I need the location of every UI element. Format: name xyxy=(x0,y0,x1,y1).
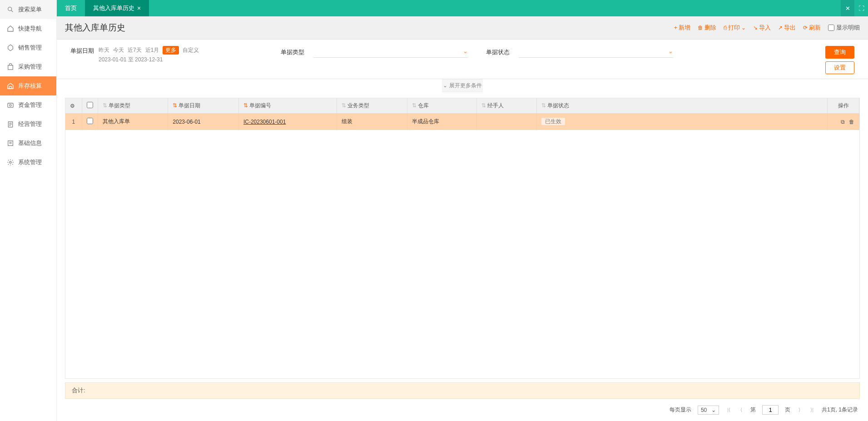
sidebar-item-sales[interactable]: 销售管理 xyxy=(0,38,56,57)
show-detail-checkbox[interactable] xyxy=(828,25,834,31)
sidebar-item-label: 库存核算 xyxy=(18,82,42,90)
view-icon[interactable]: ⧉ xyxy=(841,119,845,125)
money-icon xyxy=(6,101,15,109)
col-doc-no[interactable]: ⇅单据编号 xyxy=(238,98,337,113)
clipboard-icon xyxy=(6,120,15,128)
data-table: ⚙ ⇅单据类型 ⇅单据日期 ⇅单据编号 ⇅业务类型 ⇅仓库 ⇅经手人 ⇅单据状态… xyxy=(65,98,859,130)
date-last-month[interactable]: 近1月 xyxy=(145,46,159,54)
tab-other-inbound-history[interactable]: 其他入库单历史 × xyxy=(85,0,149,16)
print-icon: ⎙ xyxy=(724,25,727,31)
status-badge: 已生效 xyxy=(541,118,565,125)
gear-icon xyxy=(6,158,15,166)
date-yesterday[interactable]: 昨天 xyxy=(99,46,109,54)
sort-icon: ⇅ xyxy=(481,104,486,107)
sidebar-item-label: 采购管理 xyxy=(18,63,42,71)
doc-type-dropdown[interactable]: ⌄ xyxy=(313,46,468,58)
col-ops: 操作 xyxy=(828,98,859,113)
sidebar-item-operation[interactable]: 经营管理 xyxy=(0,115,56,134)
page-suffix: 页 xyxy=(785,406,790,414)
next-page-button[interactable]: ⟩ xyxy=(797,406,802,414)
select-all-checkbox[interactable] xyxy=(87,102,93,108)
date-today[interactable]: 今天 xyxy=(113,46,124,54)
sidebar-item-label: 系统管理 xyxy=(18,158,42,166)
select-all-header[interactable] xyxy=(82,98,98,113)
sort-icon: ⇅ xyxy=(243,104,248,107)
tab-label: 其他入库单历史 xyxy=(93,4,134,12)
doc-status-dropdown[interactable]: ⌄ xyxy=(519,46,673,58)
table-gear-header[interactable]: ⚙ xyxy=(65,98,82,113)
svg-rect-2 xyxy=(9,86,11,89)
prev-page-button[interactable]: ⟨ xyxy=(739,406,744,414)
sidebar-item-finance[interactable]: 资金管理 xyxy=(0,95,56,115)
plus-icon: + xyxy=(674,25,677,31)
pagination-total: 共1页, 1条记录 xyxy=(822,406,858,414)
col-handler[interactable]: ⇅经手人 xyxy=(476,98,536,113)
sidebar-item-label: 基础信息 xyxy=(18,139,42,147)
col-biz-type[interactable]: ⇅业务类型 xyxy=(337,98,407,113)
tabs-bar: 首页 其他入库单历史 × ✕ ⛶ xyxy=(57,0,868,16)
gear-icon: ⚙ xyxy=(70,103,75,109)
per-page-label: 每页显示 xyxy=(670,406,691,414)
refresh-button[interactable]: ⟳刷新 xyxy=(803,24,821,32)
last-page-button[interactable]: ⟩| xyxy=(808,406,815,414)
row-checkbox[interactable] xyxy=(87,118,93,124)
import-icon: ↘ xyxy=(753,25,758,31)
col-date[interactable]: ⇅单据日期 xyxy=(168,98,239,113)
show-detail-toggle[interactable]: 显示明细 xyxy=(828,24,860,32)
svg-point-7 xyxy=(10,161,11,163)
col-warehouse[interactable]: ⇅仓库 xyxy=(407,98,476,113)
first-page-button[interactable]: |⟨ xyxy=(725,406,732,414)
tag-icon xyxy=(6,44,15,52)
date-more[interactable]: 更多 xyxy=(163,46,179,55)
filter-type-label: 单据类型 xyxy=(281,47,304,56)
query-button[interactable]: 查询 xyxy=(825,46,854,59)
delete-row-icon[interactable]: 🗑 xyxy=(849,119,854,125)
sidebar: 搜索菜单 快捷导航 销售管理 采购管理 库存核算 资金管理 经营管理 基础信息 xyxy=(0,0,57,421)
page-prefix: 第 xyxy=(750,406,756,414)
page-title: 其他入库单历史 xyxy=(65,22,125,34)
sort-icon: ⇅ xyxy=(342,104,346,107)
sidebar-item-inventory[interactable]: 库存核算 xyxy=(0,76,56,95)
col-type[interactable]: ⇅单据类型 xyxy=(98,98,168,113)
export-button[interactable]: ↗导出 xyxy=(778,24,796,32)
expand-more-conditions[interactable]: ⌄ 展开更多条件 xyxy=(442,79,483,92)
add-button[interactable]: +新增 xyxy=(674,24,690,32)
close-icon[interactable]: × xyxy=(137,5,141,12)
table-row[interactable]: 1 其他入库单 2023-06-01 IC-20230601-001 组装 半成… xyxy=(65,113,859,130)
sort-icon: ⇅ xyxy=(173,104,177,107)
close-panel-button[interactable]: ✕ xyxy=(841,0,854,16)
sort-icon: ⇅ xyxy=(541,104,546,107)
sidebar-item-purchase[interactable]: 采购管理 xyxy=(0,57,56,76)
per-page-select[interactable]: 50 ⌄ xyxy=(698,406,719,415)
print-button[interactable]: ⎙打印 ⌄ xyxy=(724,24,746,32)
col-status[interactable]: ⇅单据状态 xyxy=(537,98,828,113)
delete-button[interactable]: 🗑删除 xyxy=(698,24,716,32)
cell-type: 其他入库单 xyxy=(98,113,168,130)
settings-button[interactable]: 设置 xyxy=(825,61,854,74)
sidebar-item-system[interactable]: 系统管理 xyxy=(0,153,56,172)
sidebar-item-search[interactable]: 搜索菜单 xyxy=(0,0,56,19)
chevron-down-icon: ⌄ xyxy=(443,82,449,89)
filter-bar: 单据日期 昨天 今天 近7天 近1月 更多 自定义 2023-01-01 至 2… xyxy=(57,40,868,79)
sidebar-item-basic[interactable]: 基础信息 xyxy=(0,134,56,153)
date-custom[interactable]: 自定义 xyxy=(183,46,199,54)
export-icon: ↗ xyxy=(778,25,783,31)
home-icon xyxy=(6,25,15,33)
date-last7[interactable]: 近7天 xyxy=(128,46,142,54)
chevron-down-icon: ⌄ xyxy=(711,407,716,413)
page-number-input[interactable] xyxy=(762,405,779,415)
warehouse-icon xyxy=(6,82,15,90)
sidebar-item-quick-nav[interactable]: 快捷导航 xyxy=(0,19,56,38)
expand-icon: ⛶ xyxy=(858,5,864,12)
sidebar-item-label: 快捷导航 xyxy=(18,25,42,33)
cell-date: 2023-06-01 xyxy=(168,113,239,130)
cell-handler xyxy=(476,113,536,130)
filter-date-label: 单据日期 xyxy=(70,46,94,55)
sidebar-item-label: 销售管理 xyxy=(18,44,42,52)
import-button[interactable]: ↘导入 xyxy=(753,24,771,32)
svg-rect-3 xyxy=(8,103,13,107)
tab-home[interactable]: 首页 xyxy=(57,0,85,16)
tab-label: 首页 xyxy=(65,4,77,12)
fullscreen-button[interactable]: ⛶ xyxy=(854,0,868,16)
doc-number-link[interactable]: IC-20230601-001 xyxy=(243,119,286,125)
